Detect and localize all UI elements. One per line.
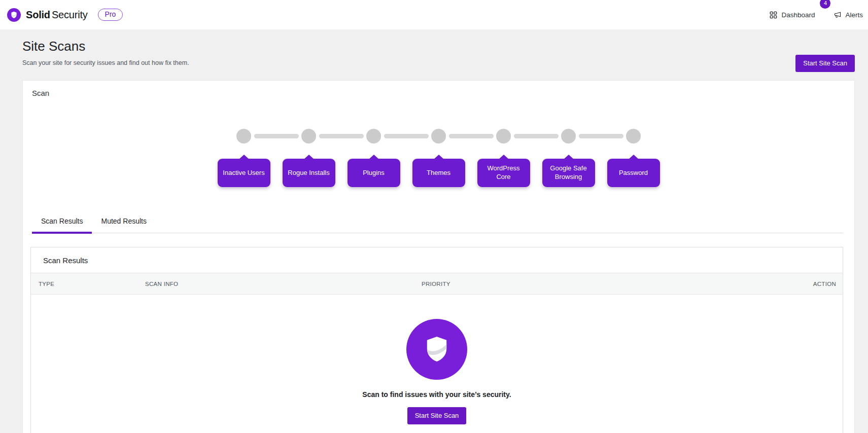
scan-step-labels: Inactive Users Rogue Installs Plugins Th…: [23, 159, 854, 187]
shield-logo-icon: [7, 8, 21, 22]
scan-step-label-col: Inactive Users: [212, 159, 276, 187]
scan-step-label-col: Google Safe Browsing: [536, 159, 601, 187]
empty-state: Scan to find issues with your site’s sec…: [31, 295, 843, 424]
site-scans-page: SolidSecurity Pro Dashboard 4 Alerts: [0, 0, 868, 433]
step-dot: [496, 129, 511, 143]
scan-step-label: Rogue Installs: [283, 159, 335, 187]
step-dot: [301, 129, 316, 143]
scan-progress-track: [23, 129, 854, 143]
results-tab[interactable]: Scan Results: [32, 217, 92, 234]
grid-icon: [769, 11, 778, 19]
scan-card-title: Scan: [32, 88, 854, 98]
results-column-header: ACTION: [777, 281, 843, 287]
step-dot: [236, 129, 251, 143]
step-connector: [449, 134, 494, 138]
scan-step-label: WordPress Core: [477, 159, 530, 187]
results-column-header: TYPE: [31, 281, 137, 287]
results-table-header: TYPE SCAN INFO PRIORITY ACTION: [31, 273, 843, 295]
page-header: Site Scans Scan your site for security i…: [0, 29, 868, 80]
nav-dashboard[interactable]: Dashboard: [769, 11, 815, 19]
step-connector: [514, 134, 559, 138]
step-connector: [254, 134, 299, 138]
top-nav: Dashboard 4 Alerts: [769, 11, 863, 19]
step-dot: [561, 129, 576, 143]
scan-step-label: Themes: [412, 159, 465, 187]
brand-name: SolidSecurity: [26, 9, 88, 21]
scan-step-label-col: Plugins: [341, 159, 406, 187]
pro-badge: Pro: [98, 9, 123, 21]
start-site-scan-button-header[interactable]: Start Site Scan: [795, 55, 855, 72]
brand-logo: SolidSecurity Pro: [7, 8, 123, 22]
results-tabs: Scan Results Muted Results: [32, 217, 843, 233]
step-connector: [319, 134, 364, 138]
page-subtitle: Scan your site for security issues and f…: [22, 59, 855, 66]
nav-alerts[interactable]: 4 Alerts: [833, 11, 863, 19]
scan-step-label: Plugins: [348, 159, 400, 187]
scan-step: [601, 129, 666, 143]
scan-step-label: Inactive Users: [218, 159, 270, 187]
step-connector: [579, 134, 623, 138]
step-connector: [384, 134, 429, 138]
top-bar: SolidSecurity Pro Dashboard 4 Alerts: [0, 0, 868, 29]
page-title: Site Scans: [22, 38, 855, 55]
scan-step-label-col: Themes: [406, 159, 471, 187]
step-dot: [431, 129, 446, 143]
scan-results-panel: Scan Results TYPE SCAN INFO PRIORITY ACT…: [30, 247, 843, 433]
empty-state-message: Scan to find issues with your site’s sec…: [31, 390, 843, 399]
scan-step-label: Google Safe Browsing: [542, 159, 595, 187]
brand-name-regular: Security: [52, 9, 88, 20]
nav-dashboard-label: Dashboard: [781, 11, 815, 19]
results-column-header: PRIORITY: [414, 281, 777, 287]
scan-step-label-col: Rogue Installs: [276, 159, 341, 187]
step-dot: [626, 129, 641, 143]
results-column-header: SCAN INFO: [137, 281, 414, 287]
scan-step-label-col: Password: [601, 159, 666, 187]
shield-empty-state-icon: [406, 319, 467, 380]
nav-alerts-label: Alerts: [845, 11, 863, 19]
start-site-scan-button-empty[interactable]: Start Site Scan: [407, 407, 467, 424]
results-tab[interactable]: Muted Results: [92, 217, 155, 234]
alerts-count-badge: 4: [820, 0, 830, 9]
megaphone-icon: [833, 11, 842, 19]
scan-results-panel-title: Scan Results: [31, 247, 843, 273]
step-dot: [366, 129, 381, 143]
scan-step-label-col: WordPress Core: [471, 159, 536, 187]
scan-card: Scan: [22, 80, 855, 433]
brand-name-bold: Solid: [26, 9, 50, 20]
scan-step-label: Password: [607, 159, 660, 187]
